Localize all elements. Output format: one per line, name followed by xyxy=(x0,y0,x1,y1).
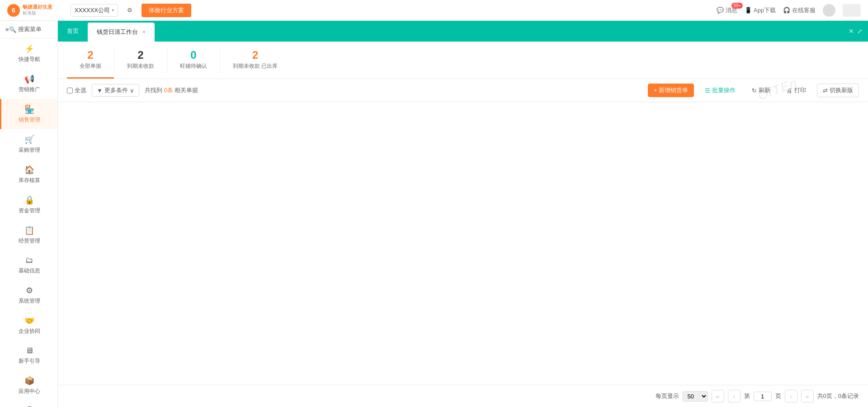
logo-area: 6 畅捷通好生意 标准版 xyxy=(7,4,65,17)
message-icon: 💬 xyxy=(717,7,724,14)
add-sale-btn[interactable]: + 新增销货单 xyxy=(648,84,694,97)
per-page-select[interactable]: 50 20 100 xyxy=(683,391,708,402)
sidebar-item-inventory[interactable]: 🏠 库存核算 xyxy=(0,159,57,190)
sidebar-item-quick-nav[interactable]: ⚡ 快捷导航 xyxy=(0,38,57,69)
tab-bar-actions: × ⤢ xyxy=(849,27,868,36)
sidebar-item-operation[interactable]: 📋 经营管理 xyxy=(0,220,57,250)
sidebar-label-inventory: 库存核算 xyxy=(19,177,40,184)
finance-icon: 🔒 xyxy=(24,195,34,205)
sidebar-label-finance: 资金管理 xyxy=(19,207,40,215)
print-btn[interactable]: 🖨 打印 xyxy=(781,84,811,97)
sidebar-label-quick-nav: 快捷导航 xyxy=(19,56,40,63)
tab-close-icon[interactable]: × xyxy=(142,29,146,35)
app-download-label: App下载 xyxy=(754,6,776,14)
sidebar: ≡🔍 搜索菜单 ⚡ 快捷导航 📢 营销推广 🏪 销售管理 🛒 采购管理 🏠 库存… xyxy=(0,21,58,407)
system-icon: ⚙ xyxy=(26,285,33,295)
content-area: 首页 钱货日清工作台 × × ⤢ 2 全部单据 2 xyxy=(58,21,868,407)
purchase-icon: 🛒 xyxy=(24,135,34,145)
online-service-btn[interactable]: 🎧 在线客服 xyxy=(783,6,816,14)
table-area xyxy=(58,102,868,385)
filter-btn[interactable]: ▼ 更多条件 ∨ xyxy=(92,84,139,97)
page-input[interactable] xyxy=(754,392,772,401)
tab-expand-btn[interactable]: ⤢ xyxy=(857,28,863,35)
page-content: 2 全部单据 2 到期未收款 0 旺辅待确认 2 到期未收款 已出库 xyxy=(58,42,868,407)
sidebar-item-system[interactable]: ⚙ 系统管理 xyxy=(0,280,57,310)
sidebar-label-sales: 销售管理 xyxy=(19,116,40,124)
stat-overdue-unpaid-num: 2 xyxy=(137,49,143,61)
select-all-input[interactable] xyxy=(67,88,73,94)
page-label2: 页 xyxy=(775,392,781,400)
message-btn[interactable]: 💬 消息 99+ xyxy=(717,6,737,14)
refresh-btn[interactable]: ↻ 刷新 xyxy=(746,84,776,97)
avatar[interactable] xyxy=(823,4,835,17)
sidebar-item-wechat[interactable]: 💬 企业微信 xyxy=(0,401,57,407)
total-label: 共0页，0条记录 xyxy=(817,392,859,400)
batch-btn[interactable]: ☰ 批量操作 xyxy=(699,84,741,97)
sidebar-item-purchase[interactable]: 🛒 采购管理 xyxy=(0,129,57,159)
logo-icon: 6 xyxy=(7,4,20,17)
print-label: 打印 xyxy=(794,86,806,94)
sidebar-label-enterprise: 企业协同 xyxy=(19,327,40,335)
search-menu-btn[interactable]: ≡🔍 搜索菜单 xyxy=(0,21,57,38)
per-page-label: 每页显示 xyxy=(656,392,679,400)
stat-all-num: 2 xyxy=(87,49,93,61)
tab-workbench-label: 钱货日清工作台 xyxy=(97,28,138,36)
tab-home[interactable]: 首页 xyxy=(58,21,88,42)
main-layout: ≡🔍 搜索菜单 ⚡ 快捷导航 📢 营销推广 🏪 销售管理 🛒 采购管理 🏠 库存… xyxy=(0,21,868,407)
result-count: 0条 xyxy=(164,87,173,94)
result-suffix: 相关单据 xyxy=(175,87,198,94)
app-download-btn[interactable]: 📱 App下载 xyxy=(745,6,776,14)
company-selector[interactable]: XXXXXX公司 ▾ xyxy=(71,4,118,17)
result-prefix: 共找到 xyxy=(145,87,162,94)
tab-home-label: 首页 xyxy=(67,27,79,35)
sidebar-label-operation: 经营管理 xyxy=(19,237,40,245)
header-right: 💬 消息 99+ 📱 App下载 🎧 在线客服 xyxy=(717,4,861,17)
appstore-icon: 📦 xyxy=(24,376,34,386)
user-name[interactable] xyxy=(843,4,861,17)
sidebar-item-appstore[interactable]: 📦 应用中心 xyxy=(0,370,57,401)
result-text: 共找到 0条 相关单据 xyxy=(145,86,198,94)
sidebar-item-base[interactable]: 🗂 基础信息 xyxy=(0,250,57,280)
filter-icon: ▼ xyxy=(97,87,103,94)
prev-page-btn[interactable]: ‹ xyxy=(728,390,741,402)
sidebar-label-guide: 新手引导 xyxy=(19,357,40,365)
stat-wangdian[interactable]: 0 旺辅待确认 xyxy=(167,42,220,79)
batch-label: 批量操作 xyxy=(712,86,736,94)
next-page-btn[interactable]: › xyxy=(785,390,797,402)
stat-wangdian-label: 旺辅待确认 xyxy=(180,62,207,70)
toolbar-left: 全选 ▼ 更多条件 ∨ 共找到 0条 相关单据 xyxy=(67,84,198,97)
stats-row: 2 全部单据 2 到期未收款 0 旺辅待确认 2 到期未收款 已出库 xyxy=(58,42,868,79)
quick-nav-icon: ⚡ xyxy=(24,44,34,54)
chevron-down-icon: ▾ xyxy=(112,8,114,13)
settings-icon[interactable]: ⚙ xyxy=(123,4,136,17)
stat-all[interactable]: 2 全部单据 xyxy=(67,42,114,79)
try-btn[interactable]: 体验行业方案 xyxy=(142,4,191,17)
company-name: XXXXXX公司 xyxy=(75,6,110,14)
tab-close-btn[interactable]: × xyxy=(849,27,854,36)
first-page-btn[interactable]: « xyxy=(712,390,724,402)
select-all-checkbox[interactable]: 全选 xyxy=(67,86,86,94)
sidebar-item-marketing[interactable]: 📢 营销推广 xyxy=(0,69,57,99)
sidebar-item-finance[interactable]: 🔒 资金管理 xyxy=(0,190,57,220)
sidebar-label-marketing: 营销推广 xyxy=(19,86,40,94)
stat-overdue-unpaid[interactable]: 2 到期未收款 xyxy=(114,42,167,79)
stat-overdue-unshipped[interactable]: 2 到期未收款 已出库 xyxy=(220,42,290,79)
top-header: 6 畅捷通好生意 标准版 XXXXXX公司 ▾ ⚙ 体验行业方案 💬 消息 99… xyxy=(0,0,868,21)
refresh-icon: ↻ xyxy=(752,87,757,94)
tab-workbench[interactable]: 钱货日清工作台 × xyxy=(88,23,155,42)
batch-icon: ☰ xyxy=(705,87,710,94)
switch-label: 切换新版 xyxy=(830,86,853,94)
switch-icon: ⇄ xyxy=(823,87,828,94)
sidebar-item-sales[interactable]: 🏪 销售管理 xyxy=(0,99,57,129)
message-badge: 99+ xyxy=(731,3,743,9)
switch-version-btn[interactable]: ⇄ 切换新版 xyxy=(817,84,859,97)
tab-bar: 首页 钱货日清工作台 × × ⤢ xyxy=(58,21,868,42)
sidebar-item-guide[interactable]: 🖥 新手引导 xyxy=(0,341,57,370)
stat-overdue-unshipped-label: 到期未收款 已出库 xyxy=(233,62,278,70)
service-icon: 🎧 xyxy=(783,7,790,14)
search-icon: ≡🔍 xyxy=(5,26,16,33)
stat-wangdian-num: 0 xyxy=(190,49,196,61)
last-page-btn[interactable]: » xyxy=(801,390,814,402)
download-icon: 📱 xyxy=(745,7,752,14)
sidebar-item-enterprise[interactable]: 🤝 企业协同 xyxy=(0,310,57,341)
